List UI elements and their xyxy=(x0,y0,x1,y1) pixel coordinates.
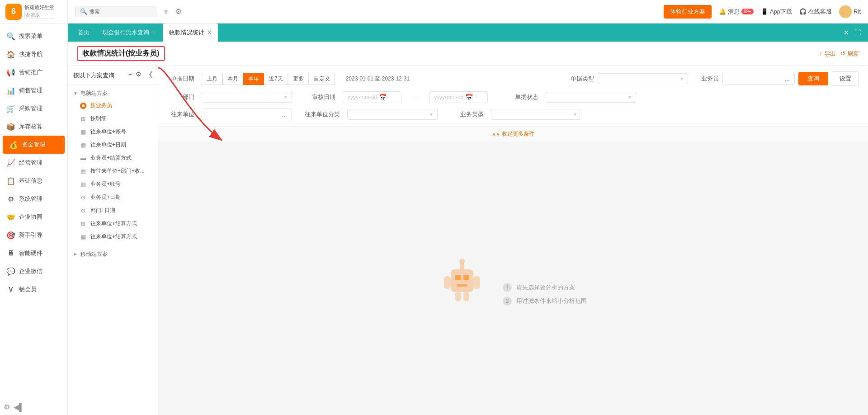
biz-type-select[interactable]: ▾ xyxy=(491,109,581,120)
sidebar-item-purchase[interactable]: 🛒 采购管理 xyxy=(0,99,67,118)
sidebar-item-operations[interactable]: 📈 经营管理 xyxy=(0,154,67,172)
page-area: 收款情况统计(按业务员) ↑ 导出 ↺ 刷新 按以下方案查询 xyxy=(68,42,868,415)
scheme-item-salesperson-account[interactable]: ▦ 业务员+账号 xyxy=(68,178,158,191)
doc-status-label: 单据状态 xyxy=(502,93,538,101)
svg-point-5 xyxy=(459,259,465,264)
scheme-group-mobile-title[interactable]: ▼ 移动端方案 xyxy=(68,249,158,260)
empty-state: 1 请先选择要分析的方案 2 用过滤条件来缩小分析范围 xyxy=(158,141,868,415)
tab-collection-stats[interactable]: 收款情况统计 ✕ xyxy=(163,24,218,42)
tab-bar-right: ✕ ⛶ xyxy=(844,29,868,36)
date-btn-7days[interactable]: 近7天 xyxy=(264,73,288,85)
salesperson-select[interactable]: ... xyxy=(722,73,795,85)
svg-rect-8 xyxy=(455,292,461,301)
cal-from-icon: 📅 xyxy=(379,94,387,101)
sidebar-item-marketing[interactable]: 📢 营销推广 xyxy=(0,63,67,81)
svg-rect-9 xyxy=(463,292,469,301)
header-search-input[interactable] xyxy=(89,9,143,15)
scheme-settings-btn[interactable]: ⚙ xyxy=(136,71,142,80)
sidebar-item-quick-nav[interactable]: 🏠 快捷导航 xyxy=(0,45,67,63)
empty-tips: 1 请先选择要分析的方案 2 用过滤条件来缩小分析范围 xyxy=(503,283,587,306)
sidebar-item-search-menu[interactable]: 🔍 搜索菜单 xyxy=(0,27,67,45)
salesperson-account-icon: ▦ xyxy=(80,181,87,188)
partner-category-select[interactable]: ▾ xyxy=(347,109,438,120)
svg-rect-1 xyxy=(455,275,461,280)
notification-item[interactable]: 🔔 消息 99+ xyxy=(719,8,754,16)
filter-settings-btn[interactable]: 设置 xyxy=(832,71,859,86)
refresh-btn[interactable]: ↺ 刷新 xyxy=(840,50,859,58)
scheme-item-partner-account[interactable]: ▦ 往来单位+账号 xyxy=(68,125,158,138)
scheme-item-partner-date[interactable]: ▦ 往来单位+日期 xyxy=(68,138,158,151)
collapse-bar[interactable]: ∧∧ 收起更多条件 xyxy=(158,126,868,141)
enterprise-icon: 🤝 xyxy=(6,212,15,222)
detail-icon: ⊞ xyxy=(80,115,87,123)
date-btn-this-month[interactable]: 本月 xyxy=(222,73,243,85)
scheme-item-partner-payment2[interactable]: ▦ 往来单位+结算方式 xyxy=(68,230,158,243)
review-date-from[interactable]: yyyy-mm-dd 📅 xyxy=(343,91,401,103)
gear-settings-icon[interactable]: ⚙ xyxy=(175,7,182,16)
salesperson-more-icon[interactable]: ... xyxy=(784,75,790,82)
scheme-item-salesperson-payment[interactable]: ▬ 业务员+结算方式 xyxy=(68,151,158,165)
header-icon-group: 🔔 消息 99+ 📱 App下载 🎧 在线客服 Rit xyxy=(719,5,861,18)
tab-bank-flow-close[interactable]: ✕ xyxy=(152,29,156,36)
sidebar-item-vip[interactable]: V 畅会员 xyxy=(0,280,67,298)
tab-home[interactable]: 首页 xyxy=(71,28,96,37)
sidebar-bottom: ⚙ ◀▌ xyxy=(0,399,67,415)
scheme-item-partner-dept[interactable]: ▦ 按往来单位+部门+收... xyxy=(68,165,158,178)
settings-bottom-icon[interactable]: ⚙ xyxy=(4,403,10,411)
scheme-item-partner-payment1[interactable]: ⊞ 往来单位+结算方式 xyxy=(68,217,158,230)
review-date-to[interactable]: yyyy-mm-dd 📅 xyxy=(429,91,488,103)
trial-btn[interactable]: 体验行业方案 xyxy=(664,5,712,19)
collapse-sidebar-icon[interactable]: ◀▌ xyxy=(14,403,24,411)
page-header-actions: ↑ 导出 ↺ 刷新 xyxy=(820,50,859,58)
doc-status-arrow-icon: ▾ xyxy=(628,94,631,100)
dropdown-icon[interactable]: ▾ xyxy=(164,6,168,17)
scheme-item-by-salesperson[interactable]: 按业务员 xyxy=(68,99,158,112)
partner-category-arrow-icon: ▾ xyxy=(430,111,433,118)
user-avatar-item[interactable]: Rit xyxy=(839,5,861,18)
sidebar-item-smart-hw[interactable]: 🖥 智能硬件 xyxy=(0,244,67,262)
scheme-item-by-detail[interactable]: ⊞ 按明细 xyxy=(68,112,158,125)
sidebar-item-enterprise[interactable]: 🤝 企业协同 xyxy=(0,208,67,226)
date-btn-last-month[interactable]: 上月 xyxy=(202,73,222,85)
partner-more-icon[interactable]: ... xyxy=(282,111,287,118)
sidebar-item-system[interactable]: ⚙ 系统管理 xyxy=(0,190,67,208)
query-btn[interactable]: 查询 xyxy=(798,72,828,85)
partner-category-label: 往来单位分类 xyxy=(299,110,340,118)
dept-select[interactable]: ▾ xyxy=(202,92,292,103)
scheme-item-salesperson-date[interactable]: ⊙ 业务员+日期 xyxy=(68,191,158,204)
customer-service-item[interactable]: 🎧 在线客服 xyxy=(799,8,832,16)
scheme-group-pc-title[interactable]: ▼ 电脑端方案 xyxy=(68,88,158,99)
date-label: 单据日期 xyxy=(167,75,194,83)
right-filter-group: 单据类型 ▾ 业务员 ... 查询 设置 xyxy=(567,71,859,86)
tab-bank-flow[interactable]: 现金银行流水查询 ✕ xyxy=(96,24,163,42)
doc-status-select[interactable]: ▾ xyxy=(546,92,636,103)
export-btn[interactable]: ↑ 导出 xyxy=(820,50,836,58)
biz-type-label: 业务类型 xyxy=(452,110,484,118)
sidebar-item-wechat[interactable]: 💬 企业微信 xyxy=(0,262,67,280)
tab-fullscreen-icon[interactable]: ⛶ xyxy=(854,29,861,36)
svg-rect-2 xyxy=(463,275,469,280)
sidebar-item-guide[interactable]: 🎯 新手引导 xyxy=(0,226,67,244)
service-icon: 🎧 xyxy=(799,8,807,15)
collapse-up-icon: ∧∧ xyxy=(492,131,500,137)
date-btn-custom[interactable]: 自定义 xyxy=(309,73,335,85)
header-search-box[interactable]: 🔍 xyxy=(75,6,156,17)
partner-select[interactable]: ... xyxy=(202,108,292,120)
date-btn-more[interactable]: 更多 xyxy=(288,73,309,85)
sidebar-item-basic-info[interactable]: 📋 基础信息 xyxy=(0,172,67,190)
export-icon: ↑ xyxy=(820,50,823,57)
tab-close-all-icon[interactable]: ✕ xyxy=(844,29,849,36)
date-btn-this-year[interactable]: 本年 xyxy=(243,73,264,85)
tab-collection-stats-close[interactable]: ✕ xyxy=(207,29,212,36)
scheme-header-icons: + ⚙ 《 xyxy=(128,71,152,80)
sidebar-item-sales[interactable]: 📊 销售管理 xyxy=(0,81,67,99)
filter-area: 单据日期 上月 本月 本年 近7天 更多 自定义 2023-01-01 至 20… xyxy=(158,66,868,126)
scheme-add-btn[interactable]: + xyxy=(128,71,132,80)
sidebar-nav: 🔍 搜索菜单 🏠 快捷导航 📢 营销推广 📊 销售管理 🛒 采购管理 📦 库存核… xyxy=(0,24,67,399)
scheme-collapse-btn[interactable]: 《 xyxy=(145,71,152,80)
sidebar-item-inventory[interactable]: 📦 库存核算 xyxy=(0,118,67,136)
sidebar-item-finance[interactable]: 💰 资金管理 xyxy=(3,136,65,154)
doc-type-select[interactable]: ▾ xyxy=(598,73,688,84)
app-download-item[interactable]: 📱 App下载 xyxy=(761,8,792,16)
scheme-item-dept-date[interactable]: ⊙ 部门+日期 xyxy=(68,204,158,217)
